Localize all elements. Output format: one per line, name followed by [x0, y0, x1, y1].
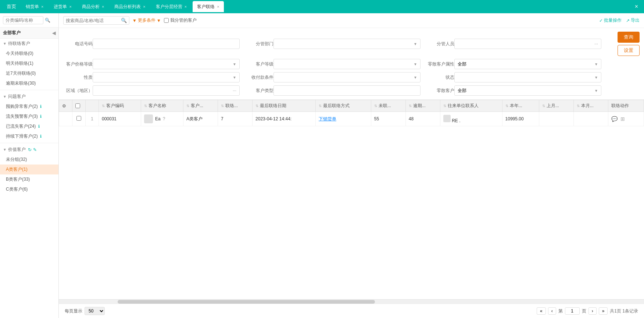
- sidebar-search-input[interactable]: [3, 16, 43, 24]
- scroll-thumb[interactable]: [118, 300, 375, 304]
- filter-row-3: 性质 ▼ 收付款条件 ▼ 状态: [63, 72, 640, 82]
- settings-icon[interactable]: ⚙: [62, 103, 66, 109]
- th-contact[interactable]: ⇅ 联络...: [218, 100, 252, 112]
- customer-level-select[interactable]: ▼: [273, 59, 421, 69]
- manager-dots-icon: ···: [594, 41, 598, 46]
- nav-tab-customer-contact[interactable]: 客户联络 ×: [193, 1, 223, 12]
- close-window-btn[interactable]: ×: [632, 2, 641, 11]
- sidebar-item-declining[interactable]: 持续下滑客户(2) ℹ: [0, 131, 58, 141]
- sidebar-group-pending[interactable]: ▼ 待联络客户: [0, 39, 58, 49]
- horizontal-scrollbar[interactable]: [59, 299, 644, 304]
- nav-tab-analysis[interactable]: 商品分析 ×: [78, 1, 108, 12]
- close-analysis-list-tab[interactable]: ×: [143, 4, 145, 9]
- th-last-month[interactable]: ⇅ 上月...: [539, 100, 573, 112]
- page-input[interactable]: [565, 307, 580, 315]
- settings-button[interactable]: 设置: [618, 45, 640, 56]
- th-checkbox[interactable]: [72, 100, 86, 112]
- prev-page-btn[interactable]: ‹: [548, 307, 556, 315]
- close-customer-segment-tab[interactable]: ×: [185, 4, 187, 9]
- first-page-btn[interactable]: «: [537, 307, 546, 315]
- th-this-year[interactable]: ⇅ 本年...: [502, 100, 539, 112]
- th-this-month[interactable]: ⇅ 本月...: [573, 100, 608, 112]
- nav-home[interactable]: 首页: [3, 2, 20, 11]
- th-name[interactable]: ⇅ 客户名称: [141, 100, 183, 112]
- export-btn[interactable]: ↗ 导出: [626, 17, 640, 24]
- status-select[interactable]: ▼: [454, 72, 601, 82]
- th-code[interactable]: ⇅ 客户编码: [99, 100, 141, 112]
- sidebar-item-tomorrow[interactable]: 明天待联络(1): [0, 59, 58, 68]
- th-last-method[interactable]: ⇅ 最后联络方式: [315, 100, 371, 112]
- sidebar-item-today[interactable]: 今天待联络(0): [0, 49, 58, 59]
- query-button[interactable]: 查询: [618, 32, 640, 43]
- chat-icon[interactable]: 💬: [611, 116, 618, 122]
- th-overdue[interactable]: ⇅ 逾期...: [405, 100, 440, 112]
- sort-icon-last-method: ⇅: [319, 104, 322, 108]
- nav-tab-sales[interactable]: 销货单 ×: [21, 1, 48, 12]
- customer-name-text: Ea: [155, 116, 161, 121]
- batch-operation-btn[interactable]: ✓ 批量操作: [599, 17, 622, 24]
- nav-tab-purchase[interactable]: 进货单 ×: [49, 1, 76, 12]
- sidebar-search-icon[interactable]: 🔍: [45, 18, 50, 23]
- filter-more-btn[interactable]: ▼ 更多条件 ▼: [132, 17, 161, 24]
- problem-group-arrow: ▼: [3, 95, 7, 99]
- close-analysis-tab[interactable]: ×: [102, 4, 104, 9]
- manager-input[interactable]: ···: [454, 39, 601, 49]
- th-no-contact[interactable]: ⇅ 未联...: [371, 100, 405, 112]
- page-size-select[interactable]: 50 100 200: [85, 307, 105, 315]
- sidebar-collapse-icon[interactable]: ◀: [52, 31, 56, 36]
- total-records-info: 共1页 1条记录: [610, 308, 638, 314]
- sidebar-all-customers-header[interactable]: 全部客户 ◀: [0, 28, 58, 39]
- sidebar-group-value[interactable]: ▼ 价值客户 ↻ ✎: [0, 145, 58, 155]
- last-method-link[interactable]: 下销货单: [319, 116, 336, 121]
- sidebar-item-ungraded[interactable]: 未分组(32): [0, 155, 58, 165]
- sidebar-item-churned[interactable]: 已流失客户(24) ℹ: [0, 121, 58, 131]
- top-navigation: 首页 销货单 × 进货单 × 商品分析 × 商品分析列表 × 客户分层经营 × …: [0, 0, 644, 13]
- filter-actions-right: ✓ 批量操作 ↗ 导出: [599, 17, 640, 24]
- my-customers-filter[interactable]: 我分管的客户: [164, 17, 197, 24]
- close-sales-tab[interactable]: ×: [41, 4, 43, 9]
- filter-search-box[interactable]: 🔍: [63, 16, 129, 25]
- divider-1: [0, 90, 58, 90]
- region-input[interactable]: ···: [93, 85, 240, 96]
- sidebar-item-churn-warning[interactable]: 流失预警客户(3) ℹ: [0, 112, 58, 121]
- retail-attr-select[interactable]: 全部 ▼: [454, 59, 601, 69]
- row-last-method[interactable]: 下销货单: [315, 112, 371, 126]
- sidebar-item-overdue[interactable]: 逾期未联络(30): [0, 78, 58, 88]
- sidebar-item-class-c[interactable]: C类客户(6): [0, 184, 58, 194]
- sidebar-item-class-b[interactable]: B类客户(33): [0, 174, 58, 184]
- nav-tab-customer-segment[interactable]: 客户分层经营 ×: [151, 1, 191, 12]
- close-customer-contact-tab[interactable]: ×: [217, 4, 219, 9]
- dept-select[interactable]: ▼: [273, 39, 421, 49]
- pending-group-arrow: ▼: [3, 42, 7, 46]
- th-last-date[interactable]: ⇅ 最后联络日期: [253, 100, 316, 112]
- customer-type-input[interactable]: [273, 85, 421, 96]
- payment-select[interactable]: ▼: [273, 72, 421, 82]
- nature-select[interactable]: ▼: [93, 72, 240, 82]
- row-checkbox[interactable]: [76, 116, 81, 121]
- filter-bar: 🔍 ▼ 更多条件 ▼ 我分管的客户 ✓ 批量操作 ↗ 导出: [59, 13, 644, 28]
- nav-tab-analysis-list[interactable]: 商品分析列表 ×: [110, 1, 150, 12]
- sidebar-item-7days[interactable]: 近7天待联络(0): [0, 68, 58, 78]
- th-type[interactable]: ⇅ 客户...: [183, 100, 218, 112]
- filter-search-icon[interactable]: 🔍: [121, 18, 127, 23]
- row-this-year: 10995.00: [502, 112, 539, 126]
- close-purchase-tab[interactable]: ×: [69, 4, 71, 9]
- sidebar-item-class-a[interactable]: A类客户(1): [0, 165, 58, 174]
- next-page-btn[interactable]: ›: [588, 307, 597, 315]
- price-level-select[interactable]: ▼: [93, 59, 240, 69]
- phone-input[interactable]: [93, 39, 240, 49]
- last-page-btn[interactable]: »: [599, 307, 608, 315]
- my-customers-checkbox[interactable]: [164, 18, 169, 23]
- row-last-month: [539, 112, 573, 126]
- th-unit-contact[interactable]: ⇅ 往来单位联系人: [440, 100, 502, 112]
- select-all-checkbox[interactable]: [75, 103, 80, 108]
- filter-search-input[interactable]: [66, 18, 121, 23]
- th-settings[interactable]: ⚙: [59, 100, 72, 112]
- retail-customer-field: 零散客户 全部 ▼: [425, 85, 601, 96]
- qrcode-icon[interactable]: ⊞: [620, 116, 625, 122]
- row-checkbox-cell[interactable]: [72, 112, 86, 126]
- sidebar-group-problem[interactable]: ▼ 问题客户: [0, 92, 58, 102]
- sidebar-item-hoarding[interactable]: 囤购异常客户(2) ℹ: [0, 102, 58, 112]
- retail-customer-select[interactable]: 全部 ▼: [454, 85, 601, 96]
- export-icon: ↗: [626, 18, 630, 23]
